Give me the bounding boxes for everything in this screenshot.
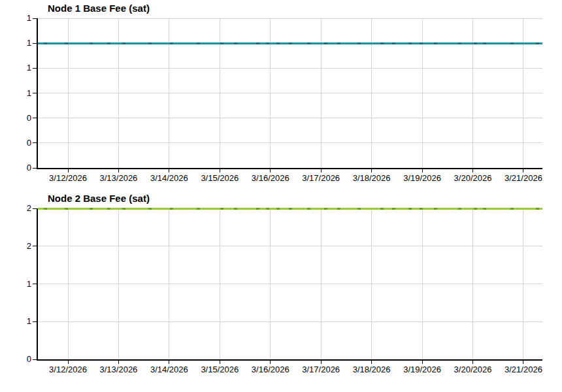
x-tick-label: 3/19/2026 <box>397 365 447 374</box>
data-point-marker <box>122 208 125 210</box>
y-axis-line <box>37 208 38 361</box>
data-point-marker <box>65 42 68 44</box>
x-tick-label: 3/17/2026 <box>296 173 346 183</box>
data-point-marker <box>170 42 173 44</box>
data-point-marker <box>307 208 310 210</box>
data-point-marker <box>234 208 237 210</box>
x-tick-label: 3/13/2026 <box>93 173 143 183</box>
gridline-horizontal <box>38 93 542 93</box>
x-tick-mark <box>371 361 372 364</box>
x-tick-label: 3/21/2026 <box>499 173 548 183</box>
x-tick-label: 3/16/2026 <box>246 173 295 183</box>
x-tick-label: 3/17/2026 <box>296 365 346 374</box>
data-point-marker <box>197 208 200 210</box>
x-tick-label: 3/12/2026 <box>43 365 93 374</box>
data-point-marker <box>289 42 292 44</box>
data-point-marker <box>474 42 477 44</box>
data-point-marker <box>380 208 384 210</box>
x-tick-mark <box>321 361 322 364</box>
data-point-marker <box>483 208 486 210</box>
gridline-horizontal <box>38 18 542 19</box>
data-point-marker <box>483 42 486 44</box>
chart-node1-base-fee: Node 1 Base Fee (sat) 3/12/20263/13/2026… <box>0 0 562 191</box>
gridline-horizontal <box>38 284 542 284</box>
gridline-horizontal <box>38 321 542 322</box>
x-tick-mark <box>118 169 119 172</box>
y-tick-label: 0 <box>5 163 31 173</box>
x-tick-label: 3/20/2026 <box>448 173 498 183</box>
data-point-marker <box>107 208 110 210</box>
data-point-marker <box>90 208 93 210</box>
data-point-marker <box>148 208 152 210</box>
data-point-marker <box>44 208 47 210</box>
data-point-marker <box>392 208 395 210</box>
x-tick-label: 3/19/2026 <box>397 173 447 183</box>
data-point-marker <box>148 42 152 44</box>
data-point-marker <box>337 42 340 44</box>
data-point-marker <box>256 208 259 210</box>
x-axis-line <box>37 359 542 361</box>
x-tick-mark <box>169 169 169 172</box>
plot-area: 3/12/20263/13/20263/14/20263/15/20263/16… <box>38 208 542 359</box>
x-tick-label: 3/14/2026 <box>144 173 194 183</box>
gridline-horizontal <box>38 68 542 69</box>
data-point-marker <box>324 208 327 210</box>
data-point-marker <box>380 42 384 44</box>
y-tick-label: 0 <box>5 113 31 123</box>
x-tick-mark <box>169 361 169 364</box>
x-tick-label: 3/13/2026 <box>93 365 143 374</box>
data-point-marker <box>266 208 269 210</box>
data-point-marker <box>44 42 47 44</box>
x-tick-label: 3/21/2026 <box>499 365 548 374</box>
x-tick-mark <box>270 361 271 364</box>
y-tick-label: 0 <box>5 138 31 148</box>
x-tick-mark <box>68 361 69 364</box>
x-tick-mark <box>422 169 423 172</box>
data-point-marker <box>357 208 361 210</box>
plot-area: 3/12/20263/13/20263/14/20263/15/20263/16… <box>38 18 542 168</box>
x-tick-mark <box>118 361 119 364</box>
x-tick-mark <box>270 169 271 172</box>
chart-title: Node 1 Base Fee (sat) <box>48 3 150 14</box>
data-point-marker <box>458 42 461 44</box>
data-point-marker <box>458 208 461 210</box>
data-point-marker <box>266 42 269 44</box>
data-point-marker <box>276 42 280 44</box>
x-tick-label: 3/20/2026 <box>448 365 498 374</box>
data-point-marker <box>337 208 340 210</box>
x-tick-label: 3/16/2026 <box>246 365 295 374</box>
data-point-marker <box>474 208 477 210</box>
x-tick-mark <box>422 361 423 364</box>
data-point-marker <box>307 42 310 44</box>
data-point-marker <box>434 208 437 210</box>
gridline-horizontal <box>38 246 542 246</box>
x-tick-label: 3/14/2026 <box>144 365 194 374</box>
data-point-marker <box>234 42 237 44</box>
x-tick-mark <box>220 169 220 172</box>
data-point-marker <box>90 42 93 44</box>
x-tick-label: 3/15/2026 <box>195 365 244 374</box>
data-point-marker <box>434 42 437 44</box>
y-tick-label: 2 <box>5 203 31 214</box>
data-point-marker <box>357 42 361 44</box>
data-point-marker <box>289 208 292 210</box>
data-point-marker <box>510 208 514 210</box>
x-tick-mark <box>523 361 523 364</box>
data-point-marker <box>324 42 327 44</box>
x-axis-line <box>37 168 542 169</box>
charts-canvas: Node 1 Base Fee (sat) 3/12/20263/13/2026… <box>0 0 562 392</box>
x-tick-mark <box>321 169 322 172</box>
data-point-marker <box>536 42 539 44</box>
data-point-marker <box>420 208 423 210</box>
x-tick-label: 3/15/2026 <box>195 173 244 183</box>
y-tick-label: 1 <box>5 63 31 73</box>
data-point-marker <box>197 42 200 44</box>
gridline-horizontal <box>38 118 542 118</box>
x-tick-mark <box>220 361 220 364</box>
data-point-marker <box>536 208 539 210</box>
data-point-marker <box>420 42 423 44</box>
y-tick-label: 1 <box>5 38 31 48</box>
x-tick-mark <box>68 169 69 172</box>
x-tick-mark <box>523 169 523 172</box>
chart-title: Node 2 Base Fee (sat) <box>48 193 150 204</box>
